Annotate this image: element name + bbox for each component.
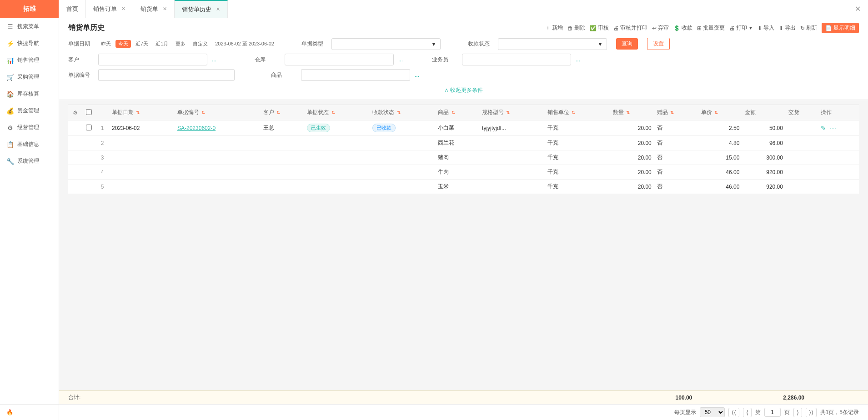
- row-doc-status: [304, 150, 370, 165]
- tab-home[interactable]: 首页: [59, 0, 86, 18]
- check-all[interactable]: [86, 109, 92, 115]
- page-content: 销货单历史 ＋ 新增 🗑 删除 ✅ 审核 🖨: [59, 18, 868, 420]
- th-customer[interactable]: 客户 ⇅: [261, 105, 305, 120]
- last-page-btn[interactable]: ⟩⟩: [806, 408, 817, 417]
- row-doc-no[interactable]: [175, 180, 261, 194]
- batch-button[interactable]: ⊞ 批量变更: [697, 24, 725, 32]
- th-sales-unit[interactable]: 销售单位 ⇅: [545, 105, 610, 120]
- th-date[interactable]: 单据日期 ⇅: [109, 105, 175, 120]
- tab-sales-order-close[interactable]: ✕: [121, 6, 125, 12]
- sidebar-item-basic-info[interactable]: 📋 基础信息: [0, 136, 59, 153]
- warehouse-input[interactable]: [285, 54, 394, 65]
- row-doc-no[interactable]: SA-20230602-0: [175, 120, 261, 136]
- row-customer: [261, 150, 305, 165]
- sidebar-item-search-menu[interactable]: ☰ 搜索菜单: [0, 18, 59, 35]
- tab-sales-goods[interactable]: 销货单 ✕: [133, 0, 175, 18]
- th-unitprice-sort: ⇅: [714, 110, 718, 115]
- page-number-input[interactable]: [764, 408, 781, 417]
- th-spec[interactable]: 规格型号 ⇅: [479, 105, 545, 120]
- th-settings[interactable]: ⚙: [68, 105, 82, 120]
- refresh-button[interactable]: ↻ 刷新: [800, 24, 817, 32]
- row-trade: [786, 120, 818, 136]
- salesperson-ellipsis[interactable]: ...: [574, 56, 582, 63]
- warehouse-ellipsis[interactable]: ...: [396, 56, 405, 63]
- goods-ellipsis[interactable]: ...: [413, 72, 421, 78]
- doc-type-label: 单据类型: [301, 40, 329, 48]
- doc-no-input[interactable]: [98, 69, 235, 81]
- row-trade: [786, 165, 818, 180]
- row-check[interactable]: [82, 165, 95, 180]
- chip-more[interactable]: 更多: [173, 40, 188, 48]
- import-button[interactable]: ⬇ 导入: [758, 24, 774, 32]
- delete-button[interactable]: 🗑 删除: [567, 24, 585, 32]
- goods-input[interactable]: [301, 69, 410, 81]
- chip-today[interactable]: 今天: [115, 40, 131, 48]
- row-check[interactable]: [82, 120, 95, 136]
- chip-yesterday[interactable]: 昨天: [98, 40, 114, 48]
- sidebar-item-inventory[interactable]: 🏠 库存核算: [0, 85, 59, 102]
- th-check[interactable]: [82, 105, 95, 120]
- doc-type-select[interactable]: ▼: [331, 38, 441, 50]
- display-button[interactable]: 📄 显示明细: [822, 23, 859, 33]
- sidebar-item-quick-nav[interactable]: ⚡ 快捷导航: [0, 35, 59, 52]
- row-check[interactable]: [82, 180, 95, 194]
- close-all-tabs[interactable]: ✕: [848, 5, 868, 13]
- row-quantity: 20.00: [610, 180, 654, 194]
- chip-custom[interactable]: 自定义: [190, 40, 211, 48]
- tab-sales-history-close[interactable]: ✕: [216, 6, 220, 12]
- more-icon[interactable]: ⋯: [830, 125, 836, 132]
- table-area: ⚙ 单据日期 ⇅ 单据编号 ⇅ 客户 ⇅: [59, 100, 868, 390]
- sidebar-item-sys-mgmt[interactable]: 🔧 系统管理: [0, 153, 59, 170]
- sidebar-item-finance[interactable]: 💰 资金管理: [0, 102, 59, 119]
- prev-page-btn[interactable]: ⟨: [743, 408, 752, 417]
- first-page-btn[interactable]: ⟨⟨: [728, 408, 739, 417]
- row-check[interactable]: [82, 136, 95, 150]
- print-button[interactable]: 🖨 打印 ▼: [729, 24, 753, 32]
- th-pay-status[interactable]: 收款状态 ⇅: [370, 105, 435, 120]
- row-doc-status: [304, 136, 370, 150]
- per-page-label: 每页显示: [674, 409, 696, 416]
- sidebar-item-ops[interactable]: ⚙ 经营管理: [0, 119, 59, 136]
- sidebar-item-purchase-mgmt[interactable]: 🛒 采购管理: [0, 69, 59, 85]
- review-print-button[interactable]: 🖨 审核并打印: [613, 24, 647, 32]
- payment-status-arrow: ▼: [597, 41, 603, 47]
- th-quantity[interactable]: 数量 ⇅: [610, 105, 654, 120]
- collect-button[interactable]: 💲 收款: [673, 24, 692, 32]
- tab-sales-history[interactable]: 销货单历史 ✕: [175, 0, 228, 18]
- row-gift: 否: [654, 180, 698, 194]
- payment-status-select[interactable]: ▼: [498, 38, 607, 50]
- row-doc-no[interactable]: [175, 136, 261, 150]
- next-page-btn[interactable]: ⟩: [793, 408, 802, 417]
- settings-button[interactable]: 设置: [647, 38, 670, 50]
- row-pay-status: 已收款: [370, 120, 435, 136]
- th-goods[interactable]: 商品 ⇅: [435, 105, 479, 120]
- date-range-text: 2023-06-02 至 2023-06-02: [215, 40, 274, 47]
- row-customer: [261, 136, 305, 150]
- customer-ellipsis[interactable]: ...: [210, 56, 218, 63]
- th-gift[interactable]: 赠品 ⇅: [654, 105, 698, 120]
- th-doc-no[interactable]: 单据编号 ⇅: [175, 105, 261, 120]
- chip-1month[interactable]: 近1月: [153, 40, 171, 48]
- abandon-button[interactable]: ↩ 弃审: [652, 24, 669, 32]
- query-button[interactable]: 查询: [616, 38, 638, 50]
- collapse-filters[interactable]: ∧ 收起更多条件: [68, 85, 859, 96]
- row-doc-no[interactable]: [175, 165, 261, 180]
- export-button[interactable]: ⬆ 导出: [779, 24, 796, 32]
- row-check[interactable]: [82, 150, 95, 165]
- row-sales-unit: 千克: [545, 150, 610, 165]
- page-size-select[interactable]: 50 100 200: [700, 407, 725, 417]
- customer-input[interactable]: [98, 54, 207, 65]
- tab-sales-goods-close[interactable]: ✕: [163, 6, 167, 12]
- table-row: 3 猪肉 千克 20.00 否 15.00 300.00: [68, 150, 859, 165]
- th-unit-price[interactable]: 单价 ⇅: [698, 105, 743, 120]
- salesperson-input[interactable]: [462, 54, 571, 65]
- chip-7days[interactable]: 近7天: [133, 40, 151, 48]
- row-doc-no[interactable]: [175, 150, 261, 165]
- sidebar-item-sales-mgmt[interactable]: 📊 销售管理: [0, 52, 59, 69]
- sidebar-bottom-fire[interactable]: 🔥: [0, 405, 59, 420]
- th-doc-status[interactable]: 单据状态 ⇅: [304, 105, 370, 120]
- edit-icon[interactable]: ✎: [821, 125, 826, 132]
- review-button[interactable]: ✅ 审核: [590, 24, 609, 32]
- new-button[interactable]: ＋ 新增: [545, 24, 563, 32]
- tab-sales-order[interactable]: 销售订单 ✕: [86, 0, 133, 18]
